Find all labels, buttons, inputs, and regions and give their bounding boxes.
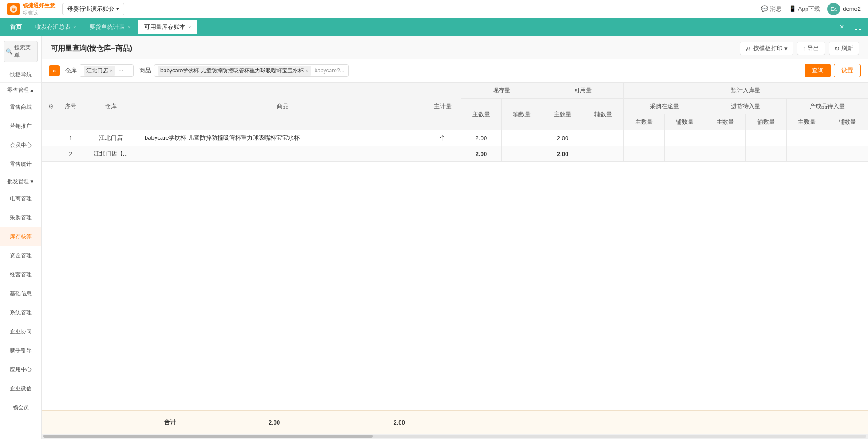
th-products-pending: 产成品待入量 [787,99,868,114]
warehouse-input[interactable]: 江北门店 × ··· [80,64,134,77]
td-products-aux-2 [827,146,868,162]
horizontal-scrollbar[interactable] [42,434,868,439]
maximize-window-button[interactable]: ⛶ [852,21,864,33]
message-button[interactable]: 💬 消息 [761,5,782,13]
tab-demand[interactable]: 要货单统计表 × [83,20,137,34]
sidebar-item-retail-stats-label: 零售统计 [10,160,32,168]
user-menu[interactable]: Ea demo2 [827,3,861,15]
tab-available-close[interactable]: × [188,24,191,30]
org-selector[interactable]: 母婴行业演示账套 ▾ [62,3,124,15]
page-actions: 🖨 按模板打印 ▾ ↑ 导出 ↻ 刷新 [740,42,859,55]
sidebar-item-newbie-label: 新手引导 [10,347,32,354]
th-current-stock: 现存量 [461,83,542,99]
sidebar-item-member[interactable]: 会员中心 [0,136,41,155]
avatar: Ea [827,3,840,15]
refresh-button[interactable]: ↻ 刷新 [829,42,859,55]
sidebar-item-wecom[interactable]: 企业微信 [0,379,41,398]
td-incoming-main-1 [705,130,746,146]
table-container: ⚙ 序号 仓库 商品 主计量 现存量 可用量 预计入库量 主数量 [42,82,868,410]
sidebar-item-marketing[interactable]: 营销推广 [0,117,41,136]
username-label: demo2 [843,5,861,12]
td-products-main-1 [787,130,827,146]
sidebar-item-wecom-label: 企业微信 [10,385,32,392]
td-current-aux-1 [502,130,542,146]
sidebar-item-newbie[interactable]: 新手引导 [0,341,41,360]
th-current-aux: 辅数量 [502,99,542,130]
td-warehouse-2: 江北门店【... [81,146,140,162]
td-available-main-2: 2.00 [542,146,583,162]
sidebar-item-vip-label: 畅会员 [13,404,29,411]
sidebar-item-quick-nav[interactable]: 快捷导航 [0,67,41,83]
sidebar-item-retail-mgmt[interactable]: 零售管理 ▲ [0,83,41,98]
filter-actions: 查询 设置 [805,64,861,77]
tab-receive-send[interactable]: 收发存汇总表 × [29,20,82,34]
td-seq-2: 2 [60,146,81,162]
sidebar-item-app-center[interactable]: 应用中心 [0,360,41,379]
td-products-aux-1 [827,130,868,146]
sidebar-item-base-info[interactable]: 基础信息 [0,284,41,303]
settings-button[interactable]: 设置 [834,64,861,77]
sidebar-item-operations-label: 经营管理 [10,271,32,279]
td-empty-settings-2 [42,146,60,162]
scrollbar-thumb[interactable] [43,435,373,438]
td-available-main-1: 2.00 [542,130,583,146]
sidebar-item-enterprise[interactable]: 企业协同 [0,322,41,341]
tab-demand-close[interactable]: × [127,24,130,30]
main-layout: 🔍 搜索菜单 快捷导航 零售管理 ▲ 零售商城 营销推广 会员中心 零售统计 批… [0,36,868,439]
close-window-button[interactable]: × [835,21,848,33]
warehouse-filter: 仓库 江北门店 × ··· [65,64,134,77]
sidebar-item-inventory[interactable]: 库存核算 [0,227,41,246]
sidebar-item-wholesale-mgmt[interactable]: 批发管理 ▼ [0,174,41,189]
refresh-icon: ↻ [835,45,840,52]
tab-receive-send-close[interactable]: × [73,24,76,30]
export-icon: ↑ [803,45,806,52]
top-bar: 好 畅捷通好生意 标准版 母婴行业演示账套 ▾ 💬 消息 📱 App下载 Ea … [0,0,868,18]
query-button[interactable]: 查询 [805,64,831,77]
sidebar-item-retail-mall[interactable]: 零售商城 [0,98,41,117]
sidebar-item-operations[interactable]: 经营管理 [0,265,41,284]
page-container: 可用量查询(按仓库+商品) 🖨 按模板打印 ▾ ↑ 导出 ↻ 刷新 [42,36,868,439]
th-purchase-onway: 采购在途量 [624,99,705,114]
top-bar-right: 💬 消息 📱 App下载 Ea demo2 [761,3,861,15]
filter-expand-button[interactable]: » [49,65,60,76]
th-available-aux: 辅数量 [583,99,624,130]
inventory-table: ⚙ 序号 仓库 商品 主计量 现存量 可用量 预计入库量 主数量 [42,82,868,162]
td-unit-2 [425,146,461,162]
th-settings[interactable]: ⚙ [42,83,60,130]
product-filter: 商品 babycare学饮杯 儿童防摔防撞吸管杯重力球吸嘴杯宝宝水杯 × bab… [139,64,349,77]
page-title: 可用量查询(按仓库+商品) [51,44,132,53]
settings-icon: ⚙ [48,103,54,110]
chevron-up-icon: ▲ [30,88,34,93]
warehouse-tag-close[interactable]: × [110,68,113,73]
sidebar-item-vip[interactable]: 畅会员 [0,398,41,417]
sidebar-item-ecommerce-label: 电商管理 [10,195,32,203]
td-purchase-aux-1 [665,130,705,146]
td-purchase-main-1 [624,130,665,146]
product-tag-1-close[interactable]: × [306,68,308,73]
app-download-button[interactable]: 📱 App下载 [789,5,820,13]
tab-demand-label: 要货单统计表 [90,23,125,31]
th-unit: 主计量 [425,83,461,130]
td-product-2 [140,146,425,162]
sidebar-item-finance[interactable]: 资金管理 [0,246,41,265]
td-incoming-aux-1 [746,130,787,146]
tab-available[interactable]: 可用量库存账本 × [138,20,197,34]
product-input[interactable]: babycare学饮杯 儿童防摔防撞吸管杯重力球吸嘴杯宝宝水杯 × babyca… [154,64,349,77]
export-button[interactable]: ↑ 导出 [797,42,826,55]
sidebar-item-retail-stats[interactable]: 零售统计 [0,155,41,174]
table-footer: 合计 2.00 2.00 [42,410,868,434]
td-incoming-aux-2 [746,146,787,162]
th-warehouse: 仓库 [81,83,140,130]
sidebar-item-marketing-label: 营销推广 [10,123,32,130]
tab-home[interactable]: 首页 [4,20,28,34]
sidebar-item-ecommerce[interactable]: 电商管理 [0,189,41,208]
td-purchase-aux-2 [665,146,705,162]
sidebar: 🔍 搜索菜单 快捷导航 零售管理 ▲ 零售商城 营销推广 会员中心 零售统计 批… [0,36,42,439]
sidebar-item-app-center-label: 应用中心 [10,366,32,373]
warehouse-label: 仓库 [65,66,77,75]
search-menu-button[interactable]: 🔍 搜索菜单 [4,41,38,62]
sidebar-item-purchase[interactable]: 采购管理 [0,208,41,227]
sidebar-item-system[interactable]: 系统管理 [0,303,41,322]
warehouse-more-icon[interactable]: ··· [117,66,123,75]
print-template-button[interactable]: 🖨 按模板打印 ▾ [740,42,793,55]
